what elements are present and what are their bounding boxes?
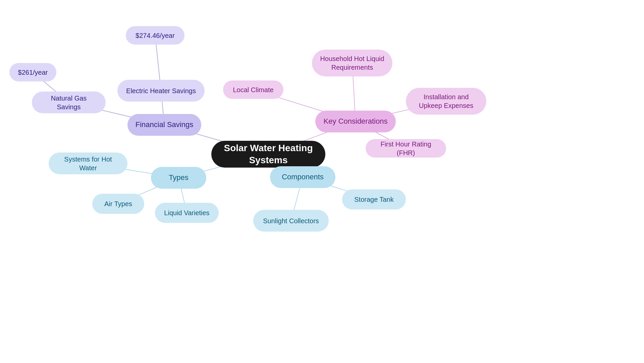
sunlight-collectors-node: Sunlight Collectors: [253, 210, 329, 232]
savings-274-label: $274.46/year: [136, 31, 175, 40]
financial-savings-label: Financial Savings: [136, 120, 193, 130]
components-node: Components: [270, 166, 335, 188]
household-hot-label: Household Hot Liquid Requirements: [319, 54, 385, 72]
local-climate-label: Local Climate: [233, 85, 273, 94]
savings-261-label: $261/year: [18, 68, 48, 77]
household-hot-node: Household Hot Liquid Requirements: [312, 50, 392, 76]
center-label: Solar Water Heating Systems: [219, 142, 318, 167]
first-hour-node: First Hour Rating (FHR): [366, 139, 446, 158]
key-considerations-label: Key Considerations: [324, 117, 388, 126]
systems-hot-water-node: Systems for Hot Water: [49, 153, 127, 174]
installation-node: Installation and Upkeep Expenses: [406, 88, 486, 115]
center-node: Solar Water Heating Systems: [211, 141, 325, 168]
storage-tank-label: Storage Tank: [354, 195, 394, 204]
air-types-node: Air Types: [92, 194, 144, 214]
storage-tank-node: Storage Tank: [342, 189, 406, 209]
liquid-varieties-label: Liquid Varieties: [164, 208, 209, 217]
liquid-varieties-node: Liquid Varieties: [155, 203, 219, 223]
sunlight-collectors-label: Sunlight Collectors: [263, 217, 319, 225]
natural-gas-label: Natural Gas Savings: [39, 94, 98, 111]
first-hour-label: First Hour Rating (FHR): [373, 140, 439, 157]
key-considerations-node: Key Considerations: [315, 111, 396, 132]
components-label: Components: [282, 172, 324, 182]
air-types-label: Air Types: [104, 199, 132, 208]
savings-274-node: $274.46/year: [126, 26, 184, 45]
installation-label: Installation and Upkeep Expenses: [413, 93, 479, 110]
systems-hot-water-label: Systems for Hot Water: [56, 155, 120, 172]
types-node: Types: [151, 167, 206, 189]
electric-heater-node: Electric Heater Savings: [117, 80, 205, 102]
financial-savings-node: Financial Savings: [127, 114, 201, 136]
electric-heater-label: Electric Heater Savings: [126, 86, 196, 95]
savings-261-node: $261/year: [9, 63, 56, 81]
local-climate-node: Local Climate: [223, 80, 283, 99]
natural-gas-node: Natural Gas Savings: [32, 92, 106, 113]
types-label: Types: [169, 173, 189, 183]
